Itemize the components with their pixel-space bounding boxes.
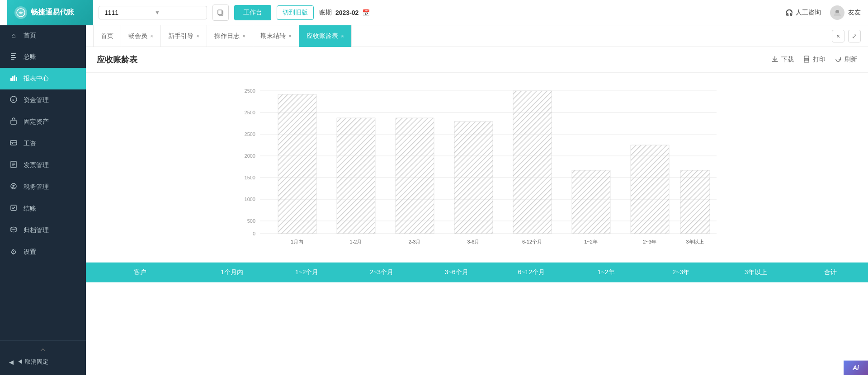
- svg-text:3年以上: 3年以上: [686, 239, 703, 244]
- tab-member[interactable]: 畅会员 ×: [121, 25, 161, 47]
- sidebar-label-archive: 归档管理: [24, 226, 49, 234]
- print-label: 打印: [813, 56, 826, 64]
- sidebar-item-archive[interactable]: 归档管理: [0, 220, 86, 241]
- svg-rect-57: [631, 145, 669, 234]
- refresh-icon: [835, 56, 842, 64]
- sidebar-label-checkout: 结账: [24, 205, 36, 213]
- col-2-3year: 2~3年: [643, 268, 718, 277]
- download-icon: [771, 56, 778, 64]
- svg-rect-15: [10, 141, 17, 145]
- svg-rect-14: [11, 120, 16, 124]
- ai-badge-label: Ai: [853, 364, 859, 371]
- consult-button[interactable]: 🎧 人工咨询: [785, 9, 821, 17]
- sidebar-item-settings[interactable]: ⚙ 设置: [0, 241, 86, 262]
- tab-guide-close[interactable]: ×: [196, 33, 199, 39]
- svg-rect-2: [218, 10, 222, 14]
- expand-tab-button[interactable]: ⤢: [848, 30, 861, 42]
- tab-member-close[interactable]: ×: [150, 33, 153, 39]
- download-button[interactable]: 下载: [771, 56, 794, 64]
- svg-text:2500: 2500: [245, 88, 255, 94]
- sidebar-item-home[interactable]: ⌂ 首页: [0, 25, 86, 46]
- chart-area: 2500 2500 2500 2000 1500 1000 500 0 1月内: [86, 73, 868, 262]
- avatar: [830, 5, 844, 20]
- period-value: 2023-02: [335, 9, 359, 16]
- print-button[interactable]: 打印: [803, 56, 826, 64]
- tab-period-end[interactable]: 期末结转 ×: [253, 25, 299, 47]
- svg-point-27: [808, 59, 809, 60]
- svg-text:2000: 2000: [245, 153, 255, 159]
- sidebar-item-fund[interactable]: ¥ 资金管理: [0, 89, 86, 111]
- sidebar-label-salary: 工资: [24, 140, 36, 148]
- tab-home[interactable]: 首页: [93, 25, 121, 47]
- tab-aging-label: 应收账龄表: [307, 32, 338, 40]
- period-label: 账期: [319, 9, 332, 17]
- sidebar-item-checkout[interactable]: 结账: [0, 198, 86, 220]
- table-header: 客户 1个月内 1~2个月 2~3个月 3~6个月 6~12个月 1~2年 2~…: [86, 262, 868, 282]
- arrow-left-icon: ◀: [9, 359, 14, 366]
- ledger-icon: [9, 52, 18, 61]
- period-area: 账期 2023-02 📅: [319, 9, 370, 17]
- sidebar-item-ledger[interactable]: 总账: [0, 46, 86, 68]
- svg-text:2500: 2500: [245, 131, 255, 137]
- svg-text:2~3年: 2~3年: [643, 239, 656, 244]
- bar-chart: 2500 2500 2500 2000 1500 1000 500 0 1月内: [97, 82, 857, 253]
- tab-home-label: 首页: [101, 32, 113, 40]
- sidebar-label-tax: 税务管理: [24, 183, 49, 191]
- tab-period-end-close[interactable]: ×: [288, 33, 292, 39]
- workbench-button[interactable]: 工作台: [234, 5, 271, 20]
- logo-area: 畅捷通易代账: [7, 0, 93, 25]
- tabs-actions: × ⤢: [832, 30, 861, 42]
- svg-rect-51: [454, 122, 493, 234]
- sidebar-label-report: 报表中心: [24, 75, 49, 83]
- col-1-2year: 1~2年: [569, 268, 644, 277]
- svg-text:¥: ¥: [12, 98, 14, 102]
- sidebar: ⌂ 首页 总账 报表: [0, 25, 86, 375]
- user-name: 友友: [848, 9, 861, 17]
- scroll-up-indicator[interactable]: [9, 346, 77, 354]
- sidebar-item-invoice[interactable]: 发票管理: [0, 155, 86, 176]
- svg-rect-45: [278, 94, 316, 234]
- calendar-icon[interactable]: 📅: [362, 9, 370, 16]
- sidebar-item-salary[interactable]: 工资: [0, 133, 86, 155]
- sidebar-scroll: ⌂ 首页 总账 报表: [0, 25, 86, 340]
- svg-rect-25: [804, 56, 809, 58]
- switch-version-button[interactable]: 切到旧版: [277, 5, 314, 20]
- sidebar-label-invoice: 发票管理: [24, 161, 49, 169]
- assets-icon: [9, 117, 18, 127]
- close-tab-button[interactable]: ×: [832, 30, 844, 42]
- company-selector[interactable]: 1111 ▼: [99, 6, 207, 19]
- tab-log-label: 操作日志: [214, 32, 240, 40]
- svg-text:2-3月: 2-3月: [409, 239, 421, 244]
- user-area[interactable]: 友友: [830, 5, 861, 20]
- ai-badge[interactable]: Ai: [844, 361, 868, 375]
- sidebar-item-report[interactable]: 报表中心: [0, 68, 86, 89]
- tab-aging-close[interactable]: ×: [341, 33, 344, 39]
- checkout-icon: [9, 204, 18, 213]
- sidebar-label-home: 首页: [24, 32, 36, 40]
- tab-period-end-label: 期末结转: [260, 32, 286, 40]
- sidebar-item-assets[interactable]: 固定资产: [0, 111, 86, 133]
- sidebar-item-tax[interactable]: 税务管理: [0, 176, 86, 198]
- sidebar-label-fund: 资金管理: [24, 96, 49, 104]
- refresh-button[interactable]: 刷新: [835, 56, 857, 64]
- cancel-pin-button[interactable]: ◀ ◀ 取消固定: [9, 354, 77, 370]
- col-3-6month: 3~6个月: [419, 268, 494, 277]
- tab-log-close[interactable]: ×: [242, 33, 245, 39]
- col-1month: 1个月内: [194, 268, 269, 277]
- svg-rect-6: [11, 57, 16, 58]
- tab-member-label: 畅会员: [128, 32, 147, 40]
- tab-log[interactable]: 操作日志 ×: [207, 25, 253, 47]
- home-icon: ⌂: [9, 32, 18, 40]
- tab-guide[interactable]: 新手引导 ×: [161, 25, 207, 47]
- svg-rect-47: [337, 118, 375, 234]
- report-actions: 下载 打印: [771, 56, 857, 64]
- svg-text:6-12个月: 6-12个月: [522, 239, 542, 244]
- page-title: 应收账龄表: [97, 54, 137, 65]
- copy-button[interactable]: [212, 5, 229, 21]
- archive-icon: [9, 226, 18, 235]
- top-header: 畅捷通易代账 1111 ▼ 工作台 切到旧版 账期 2023-02 📅 🎧 人工…: [0, 0, 868, 25]
- svg-text:1~2年: 1~2年: [584, 239, 598, 244]
- logo-text: 畅捷通易代账: [31, 8, 74, 17]
- download-label: 下载: [781, 56, 794, 64]
- tab-aging[interactable]: 应收账龄表 ×: [299, 25, 352, 47]
